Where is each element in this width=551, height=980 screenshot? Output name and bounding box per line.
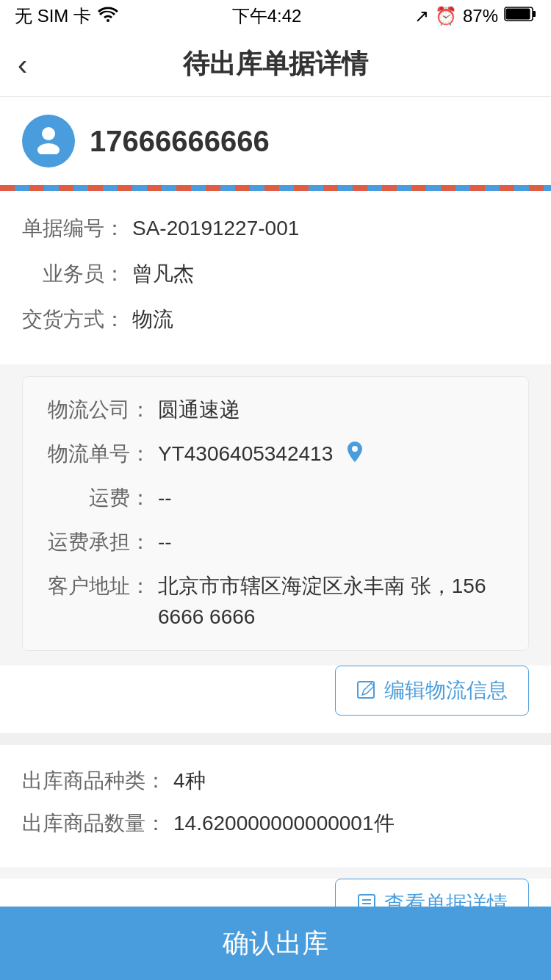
delivery-method-row: 交货方式： 物流 (22, 304, 529, 335)
address-value: 北京市市辖区海淀区永丰南 张，156 6666 6666 (158, 571, 511, 633)
freight-bear-label: 运费承担： (40, 527, 158, 558)
products-quantity-row: 出库商品数量： 14.620000000000001件 (22, 810, 529, 837)
dashed-divider (0, 185, 551, 191)
document-no-label: 单据编号： (22, 213, 132, 244)
svg-point-3 (42, 127, 55, 140)
freight-bear-row: 运费承担： -- (40, 527, 511, 558)
status-bar: 无 SIM 卡 下午4:42 ↗ ⏰ 87% (0, 0, 551, 32)
customer-header: 17666666666 (0, 97, 551, 185)
back-chevron-icon: ‹ (18, 48, 27, 81)
sales-person-label: 业务员： (22, 259, 132, 289)
svg-point-4 (37, 143, 60, 154)
logistics-tracking-row: 物流单号： YT4306405342413 (40, 439, 511, 469)
page-title: 待出库单据详情 (183, 46, 368, 82)
edit-pencil-icon (356, 680, 377, 701)
products-types-label: 出库商品种类： (22, 767, 173, 795)
location-status-icon: ↗ (414, 6, 429, 26)
products-types-row: 出库商品种类： 4种 (22, 767, 529, 795)
wifi-icon (97, 6, 119, 26)
status-right: ↗ ⏰ 87% (414, 6, 536, 26)
confirm-label: 确认出库 (223, 926, 328, 962)
logistics-tracking-label: 物流单号： (40, 439, 158, 469)
products-quantity-value: 14.620000000000001件 (173, 810, 395, 837)
logistics-company-label: 物流公司： (40, 394, 158, 425)
avatar (22, 115, 75, 167)
basic-info-section: 单据编号： SA-20191227-001 业务员： 曾凡杰 交货方式： 物流 (0, 191, 551, 364)
logistics-company-value: 圆通速递 (158, 394, 511, 425)
user-icon (32, 122, 65, 161)
back-button[interactable]: ‹ (18, 50, 27, 79)
sales-person-value: 曾凡杰 (132, 259, 529, 289)
edit-logistics-label: 编辑物流信息 (384, 677, 508, 705)
status-time: 下午4:42 (232, 4, 302, 28)
address-row: 客户地址： 北京市市辖区海淀区永丰南 张，156 6666 6666 (40, 571, 511, 633)
delivery-method-value: 物流 (132, 304, 529, 335)
freight-value: -- (158, 483, 511, 514)
address-label: 客户地址： (40, 571, 158, 633)
nav-bar: ‹ 待出库单据详情 (0, 32, 551, 97)
products-types-value: 4种 (173, 767, 206, 795)
battery-icon (504, 6, 536, 26)
document-no-value: SA-20191227-001 (132, 213, 529, 244)
products-quantity-label: 出库商品数量： (22, 810, 173, 837)
delivery-method-label: 交货方式： (22, 304, 132, 335)
status-left: 无 SIM 卡 (15, 4, 119, 28)
gray-separator-1 (0, 733, 551, 745)
svg-rect-1 (533, 11, 536, 17)
document-no-row: 单据编号： SA-20191227-001 (22, 213, 529, 244)
freight-row: 运费： -- (40, 483, 511, 514)
edit-logistics-section: 编辑物流信息 (0, 666, 551, 733)
edit-logistics-button[interactable]: 编辑物流信息 (335, 666, 529, 716)
logistics-company-row: 物流公司： 圆通速递 (40, 394, 511, 425)
sales-person-row: 业务员： 曾凡杰 (22, 259, 529, 289)
logistics-tracking-value: YT4306405342413 (158, 439, 511, 469)
svg-rect-2 (506, 9, 530, 20)
logistics-card: 物流公司： 圆通速递 物流单号： YT4306405342413 运费： -- … (22, 376, 529, 651)
confirm-button[interactable]: 确认出库 (0, 907, 551, 980)
freight-label: 运费： (40, 483, 158, 514)
carrier-label: 无 SIM 卡 (15, 4, 91, 28)
battery-label: 87% (463, 6, 498, 26)
customer-phone: 17666666666 (90, 125, 270, 158)
freight-bear-value: -- (158, 527, 511, 558)
alarm-icon: ⏰ (435, 6, 457, 26)
products-section: 出库商品种类： 4种 出库商品数量： 14.620000000000001件 (0, 745, 551, 867)
map-pin-icon[interactable] (342, 439, 368, 465)
